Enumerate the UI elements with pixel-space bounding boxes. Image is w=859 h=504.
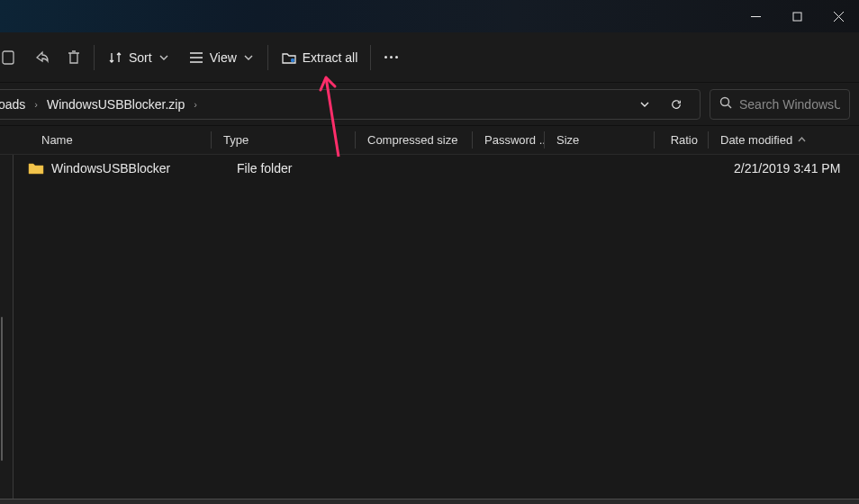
cell-name: WindowsUSBBlocker xyxy=(14,161,226,176)
close-button[interactable] xyxy=(818,0,859,32)
refresh-button[interactable] xyxy=(662,90,691,119)
extract-label: Extract all xyxy=(303,50,357,65)
address-bar-row: nloads › WindowsUSBBlocker.zip › xyxy=(0,83,859,126)
view-icon xyxy=(188,50,204,66)
column-header-size[interactable]: Size xyxy=(546,126,656,154)
column-label: Compressed size xyxy=(367,133,457,147)
trash-icon xyxy=(66,50,82,66)
table-row[interactable]: WindowsUSBBlocker File folder 2/21/2019 … xyxy=(14,155,859,182)
column-header-name[interactable]: Name xyxy=(0,126,212,154)
extract-icon xyxy=(281,50,297,66)
view-button[interactable]: View xyxy=(179,41,264,74)
maximize-icon xyxy=(792,12,802,22)
search-box[interactable] xyxy=(710,89,850,120)
address-bar[interactable]: nloads › WindowsUSBBlocker.zip › xyxy=(0,89,701,120)
svg-rect-1 xyxy=(3,51,14,64)
breadcrumb-item[interactable]: nloads xyxy=(0,95,29,113)
svg-rect-0 xyxy=(793,13,801,21)
scroll-indicator[interactable] xyxy=(1,317,3,461)
toolbar: Sort View Extract all xyxy=(0,32,859,83)
more-button[interactable] xyxy=(375,41,407,74)
close-icon xyxy=(834,12,844,22)
toolbar-separator xyxy=(94,45,95,70)
refresh-icon xyxy=(671,99,682,110)
chevron-right-icon: › xyxy=(32,99,40,110)
address-dropdown[interactable] xyxy=(633,90,656,119)
toolbar-separator xyxy=(267,45,268,70)
cell-type: File folder xyxy=(226,161,370,176)
file-name: WindowsUSBBlocker xyxy=(51,161,170,176)
breadcrumb: nloads › WindowsUSBBlocker.zip › xyxy=(0,95,628,113)
search-input[interactable] xyxy=(739,97,840,112)
sort-indicator-icon xyxy=(798,133,806,147)
sort-button[interactable]: Sort xyxy=(98,41,179,74)
column-header-compressed-size[interactable]: Compressed size xyxy=(357,126,474,154)
svg-point-3 xyxy=(721,97,729,105)
folder-icon xyxy=(28,161,44,176)
cut-icon xyxy=(1,50,17,66)
svg-point-2 xyxy=(291,58,294,61)
maximize-button[interactable] xyxy=(776,0,818,32)
chevron-right-icon: › xyxy=(192,99,199,110)
column-header-date-modified[interactable]: Date modified xyxy=(710,126,818,154)
titlebar xyxy=(0,0,859,32)
toolbar-separator xyxy=(370,45,371,70)
column-label: Password ... xyxy=(484,133,546,147)
sort-label: Sort xyxy=(129,50,152,65)
delete-button[interactable] xyxy=(58,41,90,74)
column-header-password[interactable]: Password ... xyxy=(474,126,546,154)
chevron-down-icon xyxy=(242,53,255,62)
column-label: Name xyxy=(41,133,73,147)
cell-date: 2/21/2019 3:41 PM xyxy=(723,161,849,176)
share-button[interactable] xyxy=(25,41,58,74)
minimize-icon xyxy=(751,12,761,22)
more-icon xyxy=(384,56,398,58)
extract-all-button[interactable]: Extract all xyxy=(272,41,366,74)
share-icon xyxy=(33,50,50,66)
file-explorer-window: Sort View Extract all nloads › WindowsUS… xyxy=(0,0,859,504)
chevron-down-icon xyxy=(158,53,170,62)
cut-button[interactable] xyxy=(0,41,25,74)
search-icon xyxy=(719,96,732,112)
chevron-down-icon xyxy=(639,99,650,110)
file-list: WindowsUSBBlocker File folder 2/21/2019 … xyxy=(13,155,859,499)
column-label: Ratio xyxy=(671,133,698,147)
breadcrumb-item[interactable]: WindowsUSBBlocker.zip xyxy=(43,95,188,113)
status-bar xyxy=(0,499,859,504)
column-label: Date modified xyxy=(720,133,792,147)
column-header-type[interactable]: Type xyxy=(212,126,357,154)
sort-icon xyxy=(107,50,123,66)
column-header-ratio[interactable]: Ratio xyxy=(656,126,710,154)
column-label: Type xyxy=(223,133,249,147)
column-label: Size xyxy=(556,133,579,147)
view-label: View xyxy=(210,50,237,65)
column-headers: Name Type Compressed size Password ... S… xyxy=(0,126,859,155)
minimize-button[interactable] xyxy=(735,0,776,32)
